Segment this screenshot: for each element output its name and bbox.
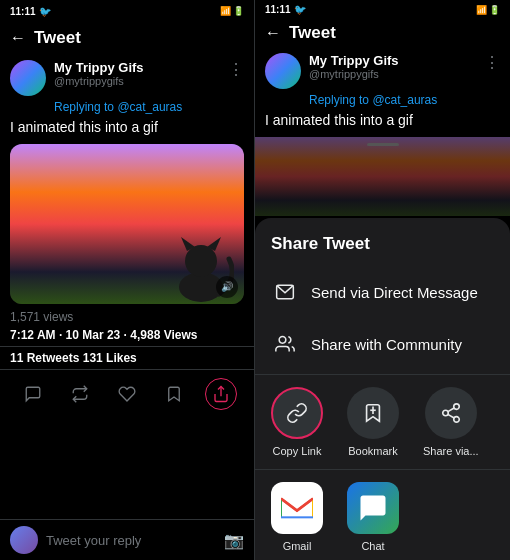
time-right: 11:11	[265, 4, 291, 15]
share-button-left[interactable]	[205, 378, 237, 410]
user-info-left: My Trippy Gifs @mytrippygifs	[54, 60, 220, 87]
copy-link-label: Copy Link	[273, 445, 322, 457]
replying-text-right: Replying to @cat_auras	[255, 93, 510, 109]
right-panel: 11:11 🐦 📶 🔋 ← Tweet My Trippy Gifs @mytr…	[255, 0, 510, 560]
share-via-item[interactable]: Share via...	[423, 387, 479, 457]
page-title-left: Tweet	[34, 28, 81, 48]
share-option-community[interactable]: Share with Community	[255, 318, 510, 370]
status-bar-right: 11:11 🐦 📶 🔋	[255, 0, 510, 17]
chat-app-item[interactable]: Chat	[347, 482, 399, 552]
time-left: 11:11	[10, 6, 36, 17]
chat-app-icon	[347, 482, 399, 534]
tweet-text-left: I animated this into a gif	[0, 116, 254, 144]
app-icons-row: Gmail Chat	[255, 474, 510, 560]
comment-button-left[interactable]	[17, 378, 49, 410]
copy-link-item[interactable]: Copy Link	[271, 387, 323, 457]
battery-left: 🔋	[233, 6, 244, 16]
battery-right: 🔋	[489, 5, 500, 15]
mention-left[interactable]: @cat_auras	[117, 100, 182, 114]
svg-point-6	[279, 337, 286, 344]
bookmark-share-item[interactable]: Bookmark	[347, 387, 399, 457]
dm-icon	[271, 278, 299, 306]
gmail-app-label: Gmail	[283, 540, 312, 552]
mention-right[interactable]: @cat_auras	[372, 93, 437, 107]
status-time-right: 11:11 🐦	[265, 4, 306, 15]
share-via-label: Share via...	[423, 445, 479, 457]
svg-point-1	[185, 245, 217, 277]
bookmark-share-icon-circle	[347, 387, 399, 439]
left-panel: 11:11 🐦 📶 🔋 ← Tweet My Trippy Gifs @mytr…	[0, 0, 255, 560]
copy-link-icon-circle	[271, 387, 323, 439]
tweet-user-row-left: My Trippy Gifs @mytrippygifs ⋮	[0, 56, 254, 100]
reply-bar-left: Tweet your reply 📷	[0, 519, 254, 560]
svg-point-10	[443, 410, 449, 416]
share-divider-2	[255, 469, 510, 470]
stats-row-left: 11 Retweets 131 Likes	[0, 346, 254, 370]
svg-point-11	[454, 417, 460, 423]
status-time-left: 11:11 🐦	[10, 6, 51, 17]
retweet-count-left: 11	[10, 351, 23, 365]
tweet-text-right: I animated this into a gif	[255, 109, 510, 137]
tweet-meta-left: 7:12 AM · 10 Mar 23 · 4,988 Views	[0, 326, 254, 344]
share-sheet: Share Tweet Send via Direct Message Shar…	[255, 218, 510, 560]
dm-label: Send via Direct Message	[311, 284, 478, 301]
status-bar-left: 11:11 🐦 📶 🔋	[0, 0, 254, 20]
tweet-header-right: ← Tweet	[255, 17, 510, 49]
svg-point-9	[454, 404, 460, 410]
gif-container-left[interactable]: 🔊	[10, 144, 244, 304]
user-name-right: My Trippy Gifs	[309, 53, 476, 68]
user-name-left: My Trippy Gifs	[54, 60, 220, 75]
like-count-left: 131	[83, 351, 103, 365]
bookmark-button-left[interactable]	[158, 378, 190, 410]
reply-avatar-left	[10, 526, 38, 554]
tweet-header-left: ← Tweet	[0, 20, 254, 56]
share-via-icon-circle	[425, 387, 477, 439]
camera-icon-left[interactable]: 📷	[224, 531, 244, 550]
share-option-dm[interactable]: Send via Direct Message	[255, 266, 510, 318]
like-button-left[interactable]	[111, 378, 143, 410]
more-menu-right[interactable]: ⋮	[484, 53, 500, 72]
avatar-right[interactable]	[265, 53, 301, 89]
dimmed-gif-right	[255, 137, 510, 216]
gmail-app-icon	[271, 482, 323, 534]
status-icons-left: 📶 🔋	[220, 6, 244, 16]
twitter-icon-left: 🐦	[39, 6, 51, 17]
reply-input-left[interactable]: Tweet your reply	[46, 533, 216, 548]
back-button-left[interactable]: ←	[10, 29, 26, 47]
sheet-handle	[367, 143, 399, 146]
share-divider-1	[255, 374, 510, 375]
bookmark-share-label: Bookmark	[348, 445, 398, 457]
share-icons-row: Copy Link Bookmark Share via...	[255, 379, 510, 465]
user-handle-left: @mytrippygifs	[54, 75, 220, 87]
dimmed-image	[255, 137, 510, 216]
svg-line-12	[448, 414, 454, 418]
back-button-right[interactable]: ←	[265, 24, 281, 42]
signal-left: 📶	[220, 6, 231, 16]
status-icons-right: 📶 🔋	[476, 5, 500, 15]
signal-right: 📶	[476, 5, 487, 15]
retweet-button-left[interactable]	[64, 378, 96, 410]
community-icon	[271, 330, 299, 358]
views-left: 1,571 views	[0, 304, 254, 326]
volume-icon-left[interactable]: 🔊	[216, 276, 238, 298]
user-info-right: My Trippy Gifs @mytrippygifs	[309, 53, 476, 80]
community-label: Share with Community	[311, 336, 462, 353]
avatar-left[interactable]	[10, 60, 46, 96]
svg-line-13	[448, 408, 454, 412]
gif-image-left: 🔊	[10, 144, 244, 304]
action-bar-left	[0, 370, 254, 418]
more-menu-left[interactable]: ⋮	[228, 60, 244, 79]
share-sheet-title: Share Tweet	[255, 234, 510, 266]
user-handle-right: @mytrippygifs	[309, 68, 476, 80]
twitter-icon-right: 🐦	[294, 4, 306, 15]
page-title-right: Tweet	[289, 23, 336, 43]
gmail-app-item[interactable]: Gmail	[271, 482, 323, 552]
replying-text-left: Replying to @cat_auras	[0, 100, 254, 116]
chat-app-label: Chat	[361, 540, 384, 552]
tweet-user-row-right: My Trippy Gifs @mytrippygifs ⋮	[255, 49, 510, 93]
